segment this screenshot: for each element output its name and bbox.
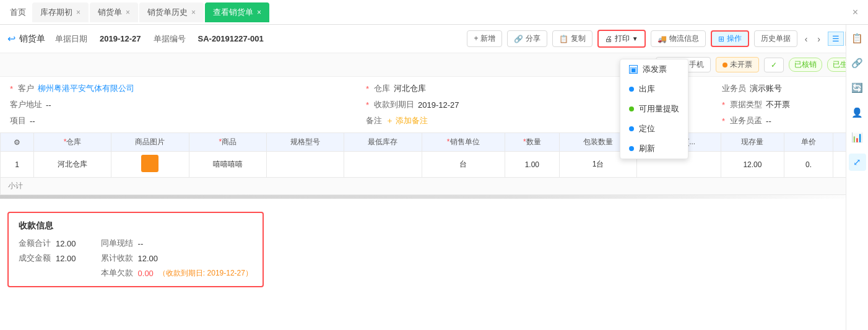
copy-button[interactable]: 📋 复制 (552, 30, 592, 47)
copy-label: 复制 (571, 33, 586, 44)
payment-title: 收款信息 (19, 220, 253, 232)
form-fields: * 客户 柳州粤港平安气体有限公司 * 仓库 河北仓库 业务员 演示账号 (0, 77, 868, 132)
settlement-label: 同单现结 (101, 238, 133, 249)
view-list-button[interactable]: ☰ (828, 32, 844, 46)
tab-home[interactable]: 首页 (5, 7, 31, 18)
cumulative-label: 累计收款 (101, 253, 133, 264)
dropdown-refresh[interactable]: 刷新 (620, 139, 688, 158)
header-actions: + 新增 🔗 分享 📋 复制 🖨 打印 ▼ 🚚 物流信息 (467, 30, 861, 48)
ticket-value: 不开票 (766, 99, 790, 110)
ticket-required: * (722, 100, 725, 110)
tab-sales-history-close[interactable]: × (191, 8, 196, 17)
col-current: 现存量 (721, 133, 784, 152)
logistics-label: 物流信息 (669, 33, 699, 44)
tab-inventory[interactable]: 库存期初 × (32, 2, 89, 22)
payment-rows: 金额合计 12.00 成交金额 12.00 同单现结 -- (19, 238, 253, 279)
settlement-row: 同单现结 -- (101, 238, 253, 249)
row-current: 12.00 (721, 152, 784, 178)
not-open-button[interactable]: 未开票 (716, 57, 759, 72)
sidebar-icon-2[interactable]: 🔗 (849, 54, 866, 72)
payment-info: 收款信息 金额合计 12.00 成交金额 12.00 (7, 212, 264, 287)
dropdown-available[interactable]: 可用量提取 (620, 99, 688, 119)
form-title: ↩ 销货单 (7, 33, 45, 45)
sidebar-icon-3[interactable]: 🔄 (849, 79, 866, 97)
customer-group: * 客户 柳州粤港平安气体有限公司 (10, 83, 146, 94)
tab-sales[interactable]: 销货单 × (90, 2, 138, 22)
print-button[interactable]: 🖨 打印 ▼ (597, 30, 646, 48)
address-group: 客户地址 -- (10, 99, 146, 110)
cancelled-badge: 已核销 (789, 58, 822, 72)
row-min-stock (344, 152, 422, 178)
operation-button[interactable]: ⊞ 操作 (711, 30, 749, 47)
owed-label: 本单欠款 (101, 267, 133, 279)
customer-value[interactable]: 柳州粤港平安气体有限公司 (38, 83, 134, 94)
data-table: ⚙ *仓库 商品图片 *商品 规格型号 最低库存 *销售单位 *数量 包装数量 … (0, 132, 868, 195)
col-image: 商品图片 (111, 133, 189, 152)
sub-toolbar: 📱 来自手机 未开票 ✓ 已核销 已生效 (0, 53, 868, 77)
print-icon: 🖨 (605, 35, 612, 43)
confirm-button[interactable]: ✓ (764, 58, 784, 72)
confirm-icon: ✓ (771, 61, 777, 69)
field-row-1: * 客户 柳州粤港平安气体有限公司 * 仓库 河北仓库 业务员 演示账号 (10, 83, 858, 94)
print-dropdown-arrow: ▼ (632, 35, 638, 42)
tab-sales-close[interactable]: × (126, 8, 130, 17)
outstock-label: 出库 (639, 84, 655, 95)
table-row: 1 河北仓库 嘻嘻嘻嘻 台 1.00 1台 12.00 0. (1, 152, 868, 178)
row-product: 嘻嘻嘻嘻 (189, 152, 266, 178)
tab-view-sales[interactable]: 查看销货单 × (205, 2, 269, 22)
project-value: -- (30, 116, 35, 126)
customer-label: 客户 (18, 83, 34, 94)
cumulative-row: 累计收款 12.00 (101, 253, 253, 264)
share-button[interactable]: 🔗 分享 (507, 30, 547, 47)
nav-prev-button[interactable]: ‹ (802, 33, 810, 45)
history-button[interactable]: 历史单据 (754, 30, 797, 47)
dropdown-locate[interactable]: 定位 (620, 119, 688, 139)
tab-view-sales-close[interactable]: × (257, 8, 261, 17)
logistics-icon: 🚚 (658, 35, 667, 43)
field-row-3: 项目 -- 备注 ＋ 添加备注 * 业务员孟 -- (10, 115, 858, 126)
tab-sales-history[interactable]: 销货单历史 × (139, 2, 204, 22)
sidebar-icon-5[interactable]: 📊 (849, 129, 866, 146)
row-no: 1 (1, 152, 34, 178)
salesperson-group: * 业务员孟 -- (722, 115, 858, 126)
warehouse-required: * (366, 84, 369, 93)
refresh-icon (629, 146, 634, 151)
warehouse-label: 仓库 (374, 83, 390, 94)
note-label: 备注 (366, 115, 382, 126)
locate-label: 定位 (639, 123, 655, 134)
outstock-icon (629, 87, 634, 92)
sidebar-icon-1[interactable]: 📋 (849, 30, 866, 47)
field-row-2: 客户地址 -- * 收款到期日 2019-12-27 * 票据类型 不开票 (10, 99, 858, 110)
window-close-button[interactable]: × (848, 4, 863, 20)
tab-inventory-close[interactable]: × (76, 8, 80, 17)
right-sidebar: 📋 🔗 🔄 👤 📊 ⤢ (846, 25, 868, 330)
operation-icon: ⊞ (718, 35, 724, 43)
row-spec (266, 152, 344, 178)
col-warehouse: *仓库 (33, 133, 111, 152)
available-icon (629, 106, 634, 111)
staff-value: 演示账号 (750, 83, 782, 94)
sidebar-icon-expand[interactable]: ⤢ (849, 154, 866, 171)
row-unit: 台 (422, 152, 505, 178)
nav-next-button[interactable]: › (815, 33, 823, 45)
owed-note: （收款到期日: 2019-12-27） (158, 268, 253, 279)
ticket-group: * 票据类型 不开票 (722, 99, 858, 110)
dropdown-outstock[interactable]: 出库 (620, 79, 688, 99)
refresh-label: 刷新 (639, 143, 655, 154)
data-table-wrap: ⚙ *仓库 商品图片 *商品 规格型号 最低库存 *销售单位 *数量 包装数量 … (0, 132, 868, 207)
deal-label: 成交金额 (19, 253, 51, 264)
dropdown-add-invoice[interactable]: ▣ 添发票 (620, 59, 688, 79)
deal-row: 成交金额 12.00 (19, 253, 76, 264)
row-qty: 1.00 (505, 152, 559, 178)
available-label: 可用量提取 (639, 103, 679, 115)
new-button[interactable]: + 新增 (467, 30, 501, 47)
logistics-button[interactable]: 🚚 物流信息 (651, 30, 706, 47)
col-price: 单价 (784, 133, 833, 152)
ticket-label: 票据类型 (730, 99, 762, 110)
add-note-button[interactable]: ＋ 添加备注 (386, 115, 428, 126)
due-date-label: 收款到期日 (374, 99, 414, 110)
operation-dropdown: ▣ 添发票 出库 可用量提取 定位 刷新 (620, 59, 688, 159)
col-gear[interactable]: ⚙ (1, 133, 34, 152)
col-spec: 规格型号 (266, 133, 344, 152)
sidebar-icon-4[interactable]: 👤 (849, 104, 866, 121)
